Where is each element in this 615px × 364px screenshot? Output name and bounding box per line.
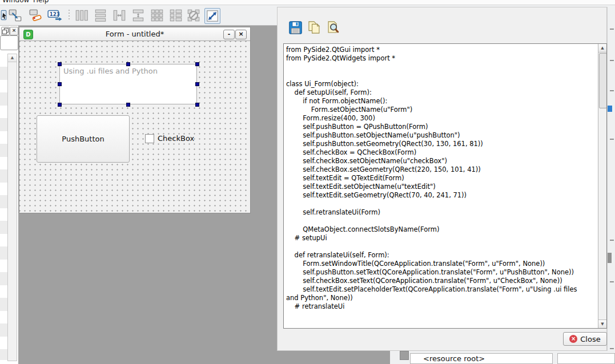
- layout-form-icon: [168, 8, 183, 23]
- dock-close-button[interactable]: ×: [10, 27, 18, 35]
- selection-handle-bottom-right[interactable]: [195, 103, 199, 107]
- checkbox-widget[interactable]: CheckBox: [145, 127, 203, 150]
- pushbutton-label: PushButton: [62, 135, 104, 143]
- tab-order-badge-text: 123: [50, 11, 60, 17]
- layout-horizontal-icon: [74, 8, 89, 23]
- close-dialog-button[interactable]: × Close: [563, 332, 607, 346]
- resource-browser-panel: <resource root>: [390, 351, 615, 364]
- form-canvas[interactable]: PushButton CheckBox: [19, 41, 250, 212]
- selection-handle-top-right[interactable]: [195, 62, 199, 66]
- copy-icon: [307, 20, 322, 35]
- break-layout-icon: [186, 8, 201, 23]
- scrollbar-edge: [608, 253, 612, 263]
- float-icon: [2, 27, 9, 35]
- form-window-title: Form - untitled*: [19, 30, 250, 38]
- save-icon: [288, 20, 303, 35]
- checkbox-indicator[interactable]: [145, 134, 154, 143]
- scroll-down-icon[interactable]: ▼: [598, 319, 606, 328]
- scroll-up-icon[interactable]: ▲: [598, 44, 606, 52]
- code-editor[interactable]: from PySide2.QtGui import * from PySide2…: [283, 43, 607, 329]
- tree-branch-dash: [610, 240, 614, 241]
- pushbutton-widget[interactable]: PushButton: [37, 115, 130, 163]
- selected-item-edge: [608, 106, 612, 112]
- tree-branch-dash: [610, 348, 614, 349]
- resource-file-list[interactable]: [557, 353, 615, 364]
- widget-box-panel: × ▲: [0, 26, 18, 364]
- tree-branch-dash: [610, 281, 614, 282]
- resource-tree[interactable]: <resource root>: [410, 353, 553, 364]
- copy-button[interactable]: [307, 20, 322, 35]
- form-close-button[interactable]: ×: [235, 30, 247, 39]
- toolbar-separator: [68, 10, 70, 21]
- widget-box-scrollbar[interactable]: ▲: [7, 54, 17, 361]
- edit-tab-order-icon[interactable]: 123: [47, 8, 63, 23]
- right-edge-panel: [607, 7, 615, 351]
- save-button[interactable]: [288, 20, 303, 35]
- checkbox-label: CheckBox: [158, 134, 194, 143]
- close-button-label: Close: [580, 335, 600, 343]
- tree-branch-dash: [610, 90, 614, 91]
- dock-float-button[interactable]: [1, 27, 10, 35]
- layout-grid-icon: [150, 8, 164, 23]
- selection-handle-middle-right[interactable]: [195, 82, 199, 86]
- code-scrollbar[interactable]: ▲ ▼: [598, 44, 606, 328]
- widget-box-category-list[interactable]: [0, 54, 7, 360]
- generated-python-code[interactable]: from PySide2.QtGui import * from PySide2…: [284, 44, 606, 313]
- scrollbar-thumb[interactable]: [599, 53, 607, 108]
- layout-vertical-icon: [93, 8, 108, 23]
- form-window-titlebar[interactable]: D Form - untitled* - ×: [19, 27, 250, 41]
- close-icon: ×: [12, 27, 17, 33]
- layout-splitter-horizontal-icon: [112, 8, 127, 23]
- textedit-widget[interactable]: [59, 64, 197, 104]
- widget-filter-input[interactable]: [0, 35, 18, 50]
- form-designer-window: D Form - untitled* - × PushButton CheckB…: [19, 27, 251, 213]
- menu-bar: Window Help: [0, 0, 615, 5]
- edit-widgets-icon[interactable]: [0, 8, 7, 23]
- selection-handle-top-middle[interactable]: [126, 62, 130, 66]
- tree-branch-dash: [610, 139, 614, 140]
- selection-handle-middle-left[interactable]: [58, 82, 62, 86]
- qt-designer-screen: Window Help 123: [0, 0, 615, 364]
- scroll-up-icon[interactable]: ▲: [8, 54, 17, 62]
- form-minimize-button[interactable]: -: [223, 30, 235, 39]
- selection-handle-bottom-middle[interactable]: [126, 103, 130, 107]
- selection-handle-top-left[interactable]: [58, 62, 62, 66]
- tree-branch-dash: [610, 29, 614, 30]
- menu-window[interactable]: Window: [2, 0, 29, 4]
- selection-handle-bottom-left[interactable]: [58, 103, 62, 107]
- find-icon: [325, 20, 341, 35]
- edit-signals-slots-icon[interactable]: [8, 8, 23, 23]
- adjust-size-icon[interactable]: [204, 8, 220, 24]
- menu-help[interactable]: Help: [33, 0, 49, 4]
- find-button[interactable]: [325, 20, 341, 35]
- resource-root-item[interactable]: <resource root>: [411, 354, 552, 363]
- splitter-handle[interactable]: [400, 351, 409, 360]
- close-red-icon: ×: [569, 335, 577, 343]
- tree-branch-dash: [610, 60, 614, 61]
- code-preview-dialog: from PySide2.QtGui import * from PySide2…: [277, 7, 607, 351]
- layout-splitter-vertical-icon: [131, 8, 146, 23]
- edit-buddies-icon[interactable]: [29, 8, 43, 23]
